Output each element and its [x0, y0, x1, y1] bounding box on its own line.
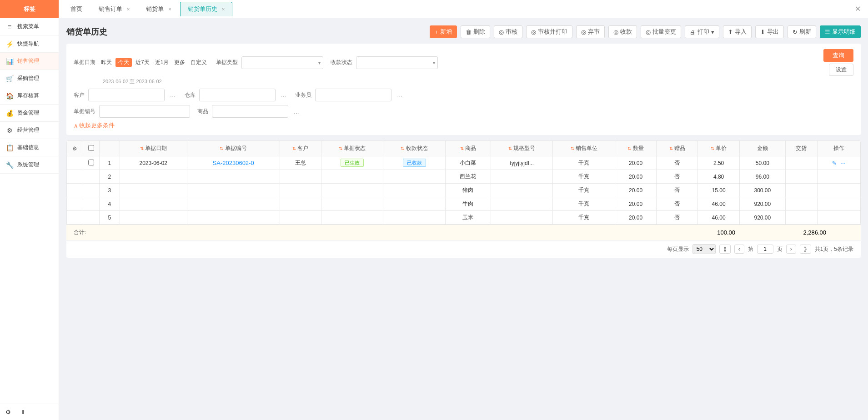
new-button[interactable]: + 新增 — [430, 25, 457, 38]
window-close-button[interactable]: ✕ — [851, 3, 864, 15]
col-unit-price[interactable]: ⇅ 单价 — [698, 141, 739, 156]
date-btn-custom[interactable]: 自定义 — [189, 58, 209, 67]
sidebar-item-operations-mgmt[interactable]: ⚙ 经营管理 — [0, 122, 59, 139]
sort-icon: ⇅ — [140, 146, 144, 151]
last-page-button[interactable]: ⟫ — [800, 245, 811, 254]
salesperson-input[interactable] — [315, 89, 391, 101]
export-button[interactable]: ⬇ 导出 — [755, 25, 784, 38]
collection-status-dropdown-icon: ▾ — [433, 60, 435, 65]
sidebar-item-search-menu[interactable]: ≡ 搜索菜单 — [0, 18, 59, 35]
doc-type-input[interactable] — [241, 56, 323, 69]
cell-goods: 玉米 — [445, 211, 491, 225]
sidebar-item-basic-info[interactable]: 📋 基础信息 — [0, 139, 59, 156]
audit-print-button[interactable]: ◎ 审核并打印 — [526, 25, 572, 38]
col-gift[interactable]: ⇅ 赠品 — [657, 141, 698, 156]
query-button[interactable]: 查询 — [823, 49, 853, 62]
tab-sales-history-close[interactable]: × — [222, 6, 225, 12]
cell-qty: 20.00 — [615, 197, 656, 211]
date-btn-1month[interactable]: 近1月 — [153, 58, 171, 67]
sidebar-item-inventory[interactable]: 🏠 库存核算 — [0, 87, 59, 105]
sidebar-item-quick-nav[interactable]: ⚡ 快捷导航 — [0, 35, 59, 53]
delete-button[interactable]: 🗑 删除 — [461, 25, 490, 38]
row-checkbox[interactable] — [88, 160, 94, 165]
cell-doc-status — [321, 211, 383, 225]
cell-doc-no — [187, 211, 280, 225]
next-page-button[interactable]: › — [786, 245, 796, 254]
abandon-button[interactable]: ◎ 弃审 — [576, 25, 605, 38]
search-icon: ≡ — [5, 23, 14, 30]
col-doc-date[interactable]: ⇅ 单据日期 — [120, 141, 187, 156]
col-collect-status[interactable]: ⇅ 收款状态 — [383, 141, 446, 156]
date-btn-7days[interactable]: 近7天 — [134, 58, 151, 67]
tab-sales-delivery-close[interactable]: × — [168, 6, 171, 12]
date-btn-more[interactable]: 更多 — [172, 58, 187, 67]
set-button[interactable]: 设置 — [829, 64, 853, 76]
doc-no-input[interactable] — [99, 105, 190, 118]
audit-button[interactable]: ◎ 审核 — [494, 25, 522, 38]
cell-goods: 小白菜 — [445, 156, 491, 170]
first-page-button[interactable]: ⟪ — [719, 245, 731, 254]
customer-more-button[interactable]: ... — [168, 91, 177, 99]
warehouse-input[interactable] — [199, 89, 276, 101]
edit-action-button[interactable]: ✎ — [832, 160, 837, 166]
col-doc-no[interactable]: ⇅ 单据编号 — [187, 141, 280, 156]
collection-status-input[interactable] — [356, 56, 438, 69]
col-gear[interactable]: ⚙ — [67, 141, 83, 156]
cell-spec — [491, 170, 553, 184]
warehouse-more-button[interactable]: ... — [279, 91, 288, 99]
sidebar: 标签 ≡ 搜索菜单 ⚡ 快捷导航 📊 销售管理 🛒 采购管理 🏠 库存核算 💰 … — [0, 0, 59, 420]
col-doc-status[interactable]: ⇅ 单据状态 — [321, 141, 383, 156]
page-number-input[interactable] — [757, 245, 773, 254]
sidebar-item-sales-mgmt[interactable]: 📊 销售管理 — [0, 53, 59, 70]
batch-change-button[interactable]: ◎ 批量变更 — [641, 25, 681, 38]
collect-button[interactable]: ◎ 收款 — [608, 25, 637, 38]
tab-sales-delivery[interactable]: 销货单 × — [138, 2, 179, 16]
show-detail-button[interactable]: ☰ 显示明细 — [820, 25, 861, 38]
sidebar-logo: 标签 — [0, 0, 59, 18]
print-dropdown-icon: ▾ — [711, 29, 714, 35]
cell-qty: 20.00 — [615, 184, 656, 197]
sidebar-item-system-mgmt[interactable]: 🔧 系统管理 — [0, 156, 59, 174]
plus-icon: + — [435, 29, 438, 35]
refresh-button[interactable]: ↻ 刷新 — [788, 25, 816, 38]
goods-input[interactable] — [212, 105, 288, 118]
date-btn-today[interactable]: 今天 — [115, 58, 132, 67]
customer-input[interactable] — [88, 89, 165, 101]
col-unit[interactable]: ⇅ 销售单位 — [553, 141, 615, 156]
print-button[interactable]: 🖨 打印 ▾ — [685, 25, 719, 38]
tab-bar: 首页 销售订单 × 销货单 × 销货单历史 × ✕ — [59, 0, 868, 18]
collect-icon: ◎ — [613, 29, 618, 35]
goods-more-button[interactable]: ... — [292, 108, 301, 115]
doc-no-link[interactable]: SA-20230602-0 — [213, 160, 254, 166]
cell-checkbox — [83, 184, 100, 197]
page-size-select[interactable]: 20 50 100 — [692, 244, 716, 254]
cell-actions: ✎ ⋯ — [817, 156, 860, 170]
collapse-button[interactable]: ∧ 收起更多条件 — [74, 121, 853, 130]
cell-gear — [67, 197, 83, 211]
sidebar-item-purchase-mgmt[interactable]: 🛒 采购管理 — [0, 70, 59, 87]
delete-icon: 🗑 — [466, 29, 472, 35]
sidebar-item-label: 快捷导航 — [17, 40, 39, 48]
tab-sales-history[interactable]: 销货单历史 × — [180, 2, 232, 16]
sidebar-bottom-gear[interactable]: ⚙ ⏸ — [0, 404, 59, 420]
select-all-checkbox[interactable] — [88, 145, 94, 151]
more-action-button[interactable]: ⋯ — [840, 160, 846, 166]
col-goods[interactable]: ⇅ 商品 — [445, 141, 491, 156]
cell-checkbox — [83, 211, 100, 225]
import-button[interactable]: ⬆ 导入 — [723, 25, 752, 38]
col-customer[interactable]: ⇅ 客户 — [280, 141, 321, 156]
filter-goods: 商品 ... — [197, 105, 301, 118]
cell-checkbox — [83, 156, 100, 170]
col-qty[interactable]: ⇅ 数量 — [615, 141, 656, 156]
settings-gear-icon: ⚙ — [5, 409, 11, 415]
tab-sales-order-close[interactable]: × — [127, 6, 130, 12]
sidebar-item-finance-mgmt[interactable]: 💰 资金管理 — [0, 105, 59, 122]
tab-home[interactable]: 首页 — [63, 2, 90, 16]
date-btn-yesterday[interactable]: 昨天 — [99, 58, 114, 67]
salesperson-more-button[interactable]: ... — [395, 91, 404, 99]
tab-sales-order[interactable]: 销售订单 × — [91, 2, 137, 16]
table-container: ⚙ ⇅ 单据日期 ⇅ 单据编号 ⇅ 客户 ⇅ 单据状态 ⇅ 收款状态 ⇅ 商品 … — [66, 140, 861, 258]
cell-gear — [67, 211, 83, 225]
col-spec[interactable]: ⇅ 规格型号 — [491, 141, 553, 156]
prev-page-button[interactable]: ‹ — [734, 245, 744, 254]
